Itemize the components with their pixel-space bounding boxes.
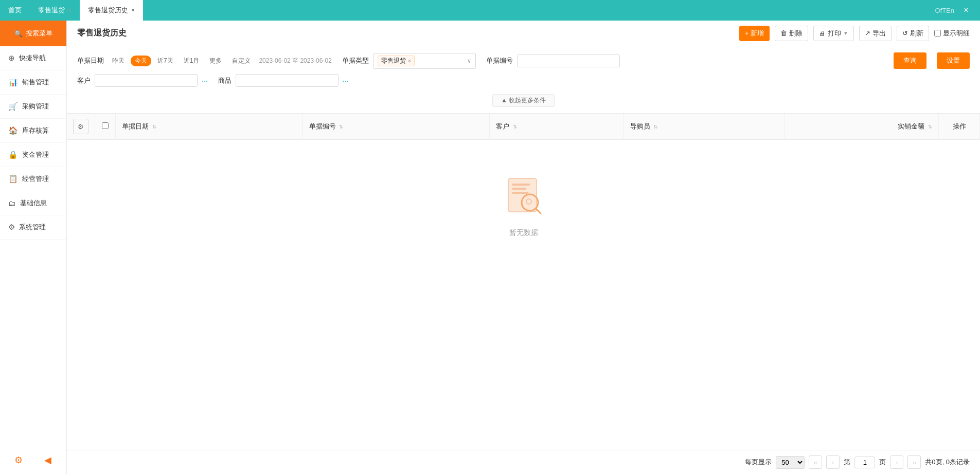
date-option-more[interactable]: 更多 [205,56,226,66]
page-unit-label: 页 [879,458,886,467]
empty-state: 暂无数据 [67,140,980,268]
print-chevron-icon: ▼ [843,30,848,36]
filter-customer-input[interactable] [95,74,198,87]
export-button[interactable]: ↗ 导出 [859,26,892,41]
select-all-checkbox[interactable] [102,122,109,129]
sidebar-search-label: 搜索菜单 [26,29,52,38]
svg-rect-1 [512,184,530,186]
refresh-button[interactable]: ↺ 刷新 [897,26,929,41]
collapse-filter-button[interactable]: ▲ 收起更多条件 [492,94,555,107]
page-label: 第 [844,458,850,467]
filter-date-range: 2023-06-02 至 2023-06-02 [259,57,331,65]
sidebar-item-system-label: 系统管理 [19,223,46,232]
delete-button[interactable]: 🗑 删除 [775,26,808,41]
sidebar-item-basic-info[interactable]: 🗂 基础信息 [0,191,66,215]
last-page-button[interactable]: » [907,455,921,469]
filter-type-select[interactable]: 零售退货 × ∨ [373,53,476,69]
sidebar-item-purchase[interactable]: 🛒 采购管理 [0,95,66,119]
tab-retail-return-close[interactable]: × [68,7,72,14]
often-label: OfTEn [935,7,954,14]
table-settings-icon[interactable]: ⚙ [73,119,88,134]
filter-type-tag-close[interactable]: × [408,58,411,64]
date-option-7days[interactable]: 近7天 [153,56,177,66]
refresh-button-label: 刷新 [910,29,923,38]
th-customer[interactable]: 客户 ⇅ [490,114,623,140]
sidebar-search[interactable]: 🔍 搜索菜单 [0,21,66,46]
prev-page-button[interactable]: ‹ [826,455,840,469]
next-page-button[interactable]: › [890,455,903,469]
window-close-button[interactable]: × [958,3,974,18]
tab-retail-return[interactable]: 零售退货 × [30,0,80,21]
display-toggle-checkbox[interactable] [934,30,941,37]
total-info-label: 共0页, 0条记录 [925,458,970,467]
filter-id-input[interactable] [517,54,620,67]
filter-group-type: 单据类型 零售退货 × ∨ [342,53,476,69]
delete-button-label: 删除 [789,29,803,38]
new-button[interactable]: + 新增 [739,26,770,41]
date-option-yesterday[interactable]: 昨天 [108,56,129,66]
filter-goods-label: 商品 [218,76,231,85]
display-toggle-label: 显示明细 [943,29,970,38]
collapse-sidebar-icon[interactable]: ◀ [40,452,56,468]
th-guide[interactable]: 导购员 ⇅ [623,114,784,140]
empty-state-text: 暂无数据 [509,228,538,238]
sales-icon: 📊 [8,78,18,87]
filter-row-2: 客户 ··· 商品 ··· [77,74,970,87]
filter-customer-label: 客户 [77,76,91,85]
filter-goods-input[interactable] [236,74,338,87]
th-date[interactable]: 单据日期 ⇅ [116,114,303,140]
main-layout: 🔍 搜索菜单 ⊕ 快捷导航 📊 销售管理 🛒 采购管理 🏠 库存核算 🔒 资金管… [0,21,980,474]
sidebar-item-operations[interactable]: 📋 经营管理 [0,167,66,191]
first-page-button[interactable]: « [809,455,822,469]
page-input[interactable] [854,457,875,468]
th-actions: 操作 [939,114,980,140]
collapse-filter-label: ▲ 收起更多条件 [501,96,546,105]
sidebar-item-sales[interactable]: 📊 销售管理 [0,70,66,95]
sort-amount-icon: ⇅ [928,124,932,130]
sidebar-item-system[interactable]: ⚙ 系统管理 [0,215,66,240]
tab-retail-return-history-close[interactable]: × [131,7,135,14]
tab-home[interactable]: 首页 [0,0,30,21]
empty-icon [498,171,549,222]
th-checkbox [95,114,116,140]
export-button-label: 导出 [872,29,886,38]
filter-row-1: 单据日期 昨天 今天 近7天 近1月 更多 自定义 2023-06-02 至 2… [77,52,970,69]
filter-customer-dots[interactable]: ··· [202,77,208,85]
sidebar-item-quicknav[interactable]: ⊕ 快捷导航 [0,46,66,70]
page-header: 零售退货历史 + 新增 🗑 删除 🖨 打印 ▼ ↗ 导出 [67,21,980,46]
sidebar-item-finance[interactable]: 🔒 资金管理 [0,143,66,167]
sidebar-item-finance-label: 资金管理 [22,150,49,159]
sort-id-icon: ⇅ [339,124,343,130]
date-option-custom[interactable]: 自定义 [228,56,255,66]
refresh-icon: ↺ [902,29,908,37]
tab-home-label: 首页 [8,6,22,15]
page-title: 零售退货历史 [77,28,127,39]
filter-group-id: 单据编号 [486,54,620,67]
date-option-today[interactable]: 今天 [131,56,151,66]
settings-bottom-icon[interactable]: ⚙ [11,452,26,468]
export-icon: ↗ [865,29,870,37]
query-button[interactable]: 查询 [894,52,926,69]
toolbar: + 新增 🗑 删除 🖨 打印 ▼ ↗ 导出 ↺ 刷新 [739,26,970,41]
tab-retail-return-label: 零售退货 [38,6,65,15]
filter-id-label: 单据编号 [486,56,513,65]
delete-icon: 🗑 [780,29,787,37]
table-container: ⚙ 单据日期 ⇅ 单据编号 ⇅ [67,114,980,474]
sidebar-item-sales-label: 销售管理 [22,78,49,87]
collapse-row: ▲ 收起更多条件 [77,92,970,107]
settings-filter-button[interactable]: 设置 [937,52,970,69]
sidebar-item-inventory[interactable]: 🏠 库存核算 [0,119,66,143]
table-header-row: ⚙ 单据日期 ⇅ 单据编号 ⇅ [67,114,980,140]
th-amount[interactable]: 实销金额 ⇅ [785,114,939,140]
display-toggle: 显示明细 [934,29,970,38]
th-id[interactable]: 单据编号 ⇅ [302,114,490,140]
tab-retail-return-history[interactable]: 零售退货历史 × [80,0,143,21]
print-button[interactable]: 🖨 打印 ▼ [813,26,854,41]
inventory-icon: 🏠 [8,126,18,135]
date-option-1month[interactable]: 近1月 [180,56,204,66]
per-page-select[interactable]: 10 20 50 100 [776,456,805,469]
filter-goods-dots[interactable]: ··· [343,77,349,85]
filter-group-date: 单据日期 昨天 今天 近7天 近1月 更多 自定义 2023-06-02 至 2… [77,56,332,66]
svg-rect-2 [512,188,526,190]
filter-area: 单据日期 昨天 今天 近7天 近1月 更多 自定义 2023-06-02 至 2… [67,46,980,114]
